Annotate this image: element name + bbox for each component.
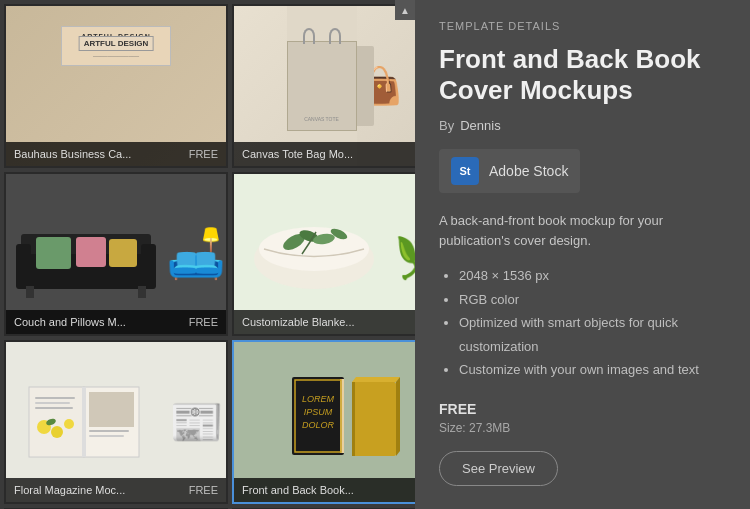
chevron-up-icon: ▲: [400, 5, 410, 16]
card-badge-bauhaus: FREE: [189, 148, 218, 160]
price-label: FREE: [439, 401, 726, 417]
card-name-couch: Couch and Pillows M...: [14, 316, 126, 328]
svg-rect-24: [89, 435, 124, 437]
adobe-stock-icon: St: [451, 157, 479, 185]
card-name-magazine: Floral Magazine Moc...: [14, 484, 125, 496]
svg-rect-36: [352, 382, 396, 456]
svg-rect-39: [352, 382, 355, 456]
card-label-couch: Couch and Pillows M... FREE: [6, 310, 226, 334]
template-grid: ARTFUL DESIGN ───────────── ────────────…: [0, 0, 415, 509]
magazine-svg: [9, 372, 169, 472]
card-label-magazine: Floral Magazine Moc... FREE: [6, 478, 226, 502]
card-label-book: Front and Back Book... FREE: [234, 478, 415, 502]
template-description: A back-and-front book mockup for your pu…: [439, 211, 726, 250]
svg-marker-37: [352, 377, 400, 382]
svg-rect-7: [36, 237, 71, 269]
svg-point-27: [64, 419, 74, 429]
svg-rect-21: [35, 407, 73, 409]
card-name-bauhaus: Bauhaus Business Ca...: [14, 148, 131, 160]
svg-rect-19: [35, 397, 75, 399]
card-name-tote: Canvas Tote Bag Mo...: [242, 148, 353, 160]
svg-rect-20: [35, 402, 70, 404]
template-grid-panel: ▲ ARTFUL DESIGN ───────────── ──────────…: [0, 0, 415, 509]
svg-rect-3: [16, 244, 31, 289]
card-badge-magazine: FREE: [189, 484, 218, 496]
svg-rect-18: [82, 387, 86, 457]
section-label: TEMPLATE DETAILS: [439, 20, 726, 32]
svg-text:LOREM: LOREM: [302, 394, 335, 404]
svg-rect-8: [76, 237, 106, 267]
svg-marker-38: [396, 377, 400, 456]
feature-item-smart-objects: Optimized with smart objects for quick c…: [459, 311, 726, 358]
template-card-blanket[interactable]: Customizable Blanke... FREE: [232, 172, 415, 336]
feature-item-resolution: 2048 × 1536 px: [459, 264, 726, 287]
author-name: Dennis: [460, 118, 500, 133]
card-name-book: Front and Back Book...: [242, 484, 354, 496]
source-badge: St Adobe Stock: [439, 149, 580, 193]
card-label-tote: Canvas Tote Bag Mo... FREE: [234, 142, 415, 166]
book-svg: LOREM IPSUM DOLOR: [264, 357, 415, 487]
price-section: FREE Size: 27.3MB: [439, 401, 726, 435]
feature-item-color: RGB color: [459, 288, 726, 311]
svg-rect-6: [138, 286, 146, 298]
svg-rect-4: [141, 244, 156, 289]
template-details-panel: TEMPLATE DETAILS Front and Back Book Cov…: [415, 0, 750, 509]
template-card-book[interactable]: LOREM IPSUM DOLOR Front and Back Book.: [232, 340, 415, 504]
feature-item-customize: Customize with your own images and text: [459, 358, 726, 381]
template-card-magazine[interactable]: Floral Magazine Moc... FREE: [4, 340, 228, 504]
card-label-bauhaus: Bauhaus Business Ca... FREE: [6, 142, 226, 166]
card-badge-couch: FREE: [189, 316, 218, 328]
feature-list: 2048 × 1536 px RGB color Optimized with …: [439, 264, 726, 381]
template-card-bauhaus[interactable]: ARTFUL DESIGN ───────────── ────────────…: [4, 4, 228, 168]
svg-text:IPSUM: IPSUM: [304, 407, 333, 417]
svg-text:DOLOR: DOLOR: [302, 420, 335, 430]
author-prefix: By: [439, 118, 454, 133]
template-title: Front and Back Book Cover Mockups: [439, 44, 726, 106]
source-name: Adobe Stock: [489, 163, 568, 179]
size-label: Size: 27.3MB: [439, 421, 726, 435]
svg-rect-23: [89, 430, 129, 432]
blanket-svg: [234, 204, 394, 304]
svg-rect-5: [26, 286, 34, 298]
card-name-blanket: Customizable Blanke...: [242, 316, 355, 328]
template-card-couch[interactable]: Couch and Pillows M... FREE: [4, 172, 228, 336]
author-line: By Dennis: [439, 118, 726, 133]
bauhaus-preview: ARTFUL DESIGN ───────────── ────────────…: [61, 26, 171, 66]
scroll-up-button[interactable]: ▲: [395, 0, 415, 20]
card-label-blanket: Customizable Blanke... FREE: [234, 310, 415, 334]
svg-point-26: [51, 426, 63, 438]
see-preview-button[interactable]: See Preview: [439, 451, 558, 486]
svg-rect-22: [89, 392, 134, 427]
svg-rect-9: [109, 239, 137, 267]
couch-svg: [6, 204, 166, 304]
template-card-tote[interactable]: CANVAS TOTE Canvas Tote Bag Mo... FREE: [232, 4, 415, 168]
